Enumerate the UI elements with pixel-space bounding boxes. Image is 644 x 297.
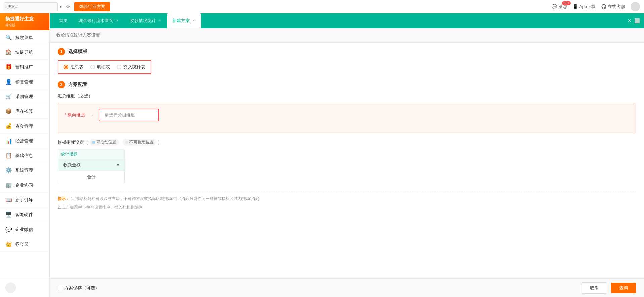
metrics-dropdown-icon[interactable]: ▾ bbox=[117, 163, 119, 167]
draggable-badge: 可拖动位置 bbox=[90, 139, 119, 146]
sidebar-label-system: 系统管理 bbox=[15, 167, 33, 174]
query-button[interactable]: 查询 bbox=[611, 283, 636, 293]
search-menu-icon: 🔍 bbox=[5, 34, 12, 41]
basic-icon: 📋 bbox=[5, 152, 12, 159]
sidebar-label-wechat: 企业微信 bbox=[15, 227, 33, 233]
window-close-icon[interactable]: ✕ bbox=[628, 18, 632, 23]
sidebar-label-finance: 资金管理 bbox=[15, 123, 33, 129]
download-icon: 📱 bbox=[573, 4, 578, 9]
member-icon: 👑 bbox=[5, 241, 12, 247]
sidebar-label-enterprise: 企业协同 bbox=[15, 182, 33, 188]
config-box: 汇总维度（必选） * 纵向维度 → 请选择分组维度 模板指标设定（ bbox=[58, 93, 636, 215]
tab-receipt-label: 收款情况统计 bbox=[130, 18, 156, 24]
service-btn[interactable]: 🎧 在线客服 bbox=[601, 4, 625, 10]
sidebar-avatar[interactable] bbox=[5, 282, 16, 293]
non-draggable-badge: 不可拖动位置 bbox=[123, 139, 156, 146]
message-badge: 99+ bbox=[562, 1, 571, 5]
metrics-section-label: 模板指标设定（ 可拖动位置 不可拖动位置 ） bbox=[58, 139, 162, 146]
hardware-icon: 🖥️ bbox=[5, 211, 12, 218]
dimension-section-label: 汇总维度（必选） bbox=[58, 93, 636, 99]
form-section: 1 选择模板 汇总表 明细表 bbox=[50, 43, 644, 278]
save-checkbox-box[interactable] bbox=[58, 286, 62, 290]
tip-title-text: 提示： bbox=[58, 196, 70, 201]
radio-detail[interactable]: 明细表 bbox=[90, 64, 110, 70]
sidebar-item-marketing[interactable]: 🎁 营销推广 bbox=[0, 60, 49, 75]
tab-new-plan[interactable]: 新建方案 × bbox=[167, 13, 201, 28]
sidebar-label-purchase: 采购管理 bbox=[15, 94, 33, 100]
sidebar: 畅捷通好生意 标准版 🔍 搜索菜单 🏠 快捷导航 🎁 营销推广 👤 销售管理 🛒… bbox=[0, 13, 50, 297]
sidebar-item-quick-nav[interactable]: 🏠 快捷导航 bbox=[0, 45, 49, 60]
tab-home-label: 首页 bbox=[59, 18, 68, 24]
service-icon: 🎧 bbox=[601, 4, 606, 9]
messages-btn[interactable]: 💬 消息 99+ bbox=[552, 4, 567, 10]
sidebar-item-newbie[interactable]: 📖 新手引导 bbox=[0, 193, 49, 207]
sidebar-item-purchase[interactable]: 🛒 采购管理 bbox=[0, 89, 49, 104]
cancel-button[interactable]: 取消 bbox=[582, 282, 607, 294]
radio-cross-circle bbox=[117, 65, 121, 69]
sidebar-item-basic[interactable]: 📋 基础信息 bbox=[0, 148, 49, 163]
save-label: 方案保存（可选） bbox=[64, 285, 99, 291]
sidebar-item-member[interactable]: 👑 畅会员 bbox=[0, 237, 49, 252]
radio-cross[interactable]: 交叉统计表 bbox=[117, 64, 145, 70]
sales-icon: 👤 bbox=[5, 79, 12, 85]
industry-button[interactable]: 体验行业方案 bbox=[74, 2, 110, 11]
sidebar-label-operation: 经营管理 bbox=[15, 138, 33, 144]
sidebar-item-enterprise[interactable]: 🏢 企业协同 bbox=[0, 178, 49, 193]
avatar[interactable] bbox=[631, 2, 640, 11]
tip-title: 提示： 1. 拖动标题栏可以调整布局，不可跨维度或指标区域拖动栏目字段(只能在同… bbox=[58, 195, 636, 203]
radio-summary-label: 汇总表 bbox=[70, 64, 84, 70]
sidebar-item-sales[interactable]: 👤 销售管理 bbox=[0, 75, 49, 89]
gear-icon[interactable]: ⚙ bbox=[64, 2, 72, 11]
dropdown-arrow-icon[interactable]: ▾ bbox=[60, 4, 62, 9]
non-draggable-label: 不可拖动位置 bbox=[129, 139, 154, 145]
tab-bank[interactable]: 现金银行流水查询 × bbox=[73, 13, 124, 28]
tip-section: 提示： 1. 拖动标题栏可以调整布局，不可跨维度或指标区域拖动栏目字段(只能在同… bbox=[58, 191, 636, 215]
draggable-label: 可拖动位置 bbox=[96, 139, 116, 145]
window-maximize-icon[interactable]: ⬜ bbox=[634, 18, 640, 23]
vertical-dim-row: * 纵向维度 → 请选择分组维度 bbox=[65, 109, 629, 121]
step1-num: 1 bbox=[58, 48, 65, 55]
download-btn[interactable]: 📱 App下载 bbox=[573, 4, 596, 10]
sidebar-label-inventory: 库存核算 bbox=[15, 108, 33, 114]
tab-new-plan-close[interactable]: × bbox=[192, 18, 196, 24]
metrics-col-header-row[interactable]: 收款金额 ▾ bbox=[58, 159, 124, 171]
tab-receipt-close[interactable]: × bbox=[158, 18, 162, 24]
inventory-icon: 📦 bbox=[5, 108, 12, 114]
sidebar-label-member: 畅会员 bbox=[15, 241, 29, 247]
step1-header: 1 选择模板 bbox=[58, 48, 636, 55]
dim-select-btn[interactable]: 请选择分组维度 bbox=[99, 109, 159, 121]
sidebar-item-finance[interactable]: 💰 资金管理 bbox=[0, 119, 49, 134]
dimension-area: * 纵向维度 → 请选择分组维度 bbox=[58, 103, 636, 133]
sidebar-item-wechat[interactable]: 💬 企业微信 bbox=[0, 222, 49, 237]
sidebar-bottom bbox=[0, 278, 49, 297]
metrics-table: 统计指标 收款金额 ▾ 合计 bbox=[58, 149, 125, 183]
sidebar-item-inventory[interactable]: 📦 库存核算 bbox=[0, 104, 49, 119]
system-icon: ⚙️ bbox=[5, 167, 12, 174]
download-label: App下载 bbox=[579, 4, 596, 10]
tab-bar: 首页 现金银行流水查询 × 收款情况统计 × 新建方案 × ✕ ⬜ bbox=[50, 13, 644, 28]
search-input[interactable] bbox=[4, 2, 58, 11]
non-draggable-color-swatch bbox=[125, 141, 128, 144]
metrics-group-label: 统计指标 bbox=[58, 149, 124, 159]
sidebar-item-hardware[interactable]: 🖥️ 智能硬件 bbox=[0, 207, 49, 222]
template-radio-group: 汇总表 明细表 交叉统计表 bbox=[64, 64, 145, 70]
sidebar-label-newbie: 新手引导 bbox=[15, 197, 33, 203]
step2-header: 2 方案配置 bbox=[58, 81, 636, 88]
tab-receipt[interactable]: 收款情况统计 × bbox=[124, 13, 167, 28]
top-bar-left: ▾ ⚙ 体验行业方案 bbox=[4, 2, 549, 11]
sidebar-item-system[interactable]: ⚙️ 系统管理 bbox=[0, 163, 49, 178]
save-checkbox[interactable]: 方案保存（可选） bbox=[58, 285, 99, 291]
draggable-color-swatch bbox=[92, 141, 95, 144]
tab-bank-close[interactable]: × bbox=[115, 18, 119, 24]
tip1-text: 1. 拖动标题栏可以调整布局，不可跨维度或指标区域拖动栏目字段(只能在同一维度或… bbox=[71, 196, 259, 201]
radio-summary[interactable]: 汇总表 bbox=[64, 64, 84, 70]
tab-home[interactable]: 首页 bbox=[54, 13, 73, 28]
sidebar-label-search: 搜索菜单 bbox=[15, 35, 33, 41]
message-icon: 💬 bbox=[552, 4, 557, 9]
sidebar-label-marketing: 营销推广 bbox=[15, 64, 33, 70]
operation-icon: 📊 bbox=[5, 138, 12, 144]
sidebar-item-search-menu[interactable]: 🔍 搜索菜单 bbox=[0, 30, 49, 45]
tab-new-plan-label: 新建方案 bbox=[172, 18, 190, 24]
finance-icon: 💰 bbox=[5, 123, 12, 129]
sidebar-item-operation[interactable]: 📊 经营管理 bbox=[0, 134, 49, 148]
